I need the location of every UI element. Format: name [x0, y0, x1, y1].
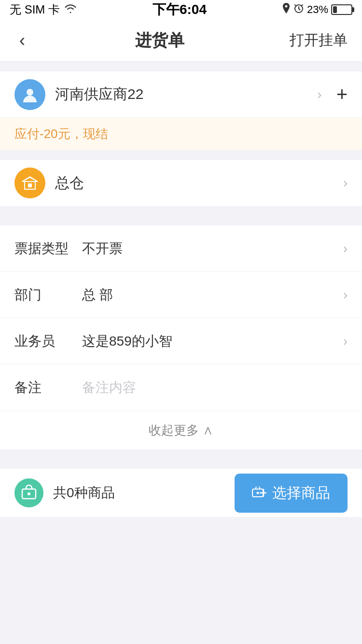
svg-point-3	[28, 492, 30, 495]
supplier-avatar	[14, 79, 45, 110]
warehouse-chevron-icon: ›	[343, 175, 348, 191]
svg-point-1	[27, 89, 33, 96]
battery-icon	[331, 4, 352, 15]
location-icon	[282, 3, 291, 16]
invoice-chevron-icon: ›	[343, 241, 348, 256]
remark-input[interactable]: 备注内容	[82, 378, 348, 397]
supplier-name: 河南供应商22	[55, 84, 317, 104]
sales-chevron-icon: ›	[343, 334, 348, 349]
supplier-chevron-icon: ›	[317, 87, 321, 102]
warehouse-row[interactable]: 总仓 ›	[0, 160, 362, 206]
open-pending-button[interactable]: 打开挂单	[290, 30, 348, 50]
collapse-row[interactable]: 收起更多 ∧	[0, 411, 362, 449]
dept-value: 总 部	[82, 286, 343, 304]
collapse-label: 收起更多 ∧	[149, 422, 213, 439]
bottom-fill	[0, 517, 362, 644]
product-icon	[14, 478, 43, 507]
warehouse-icon	[14, 168, 45, 198]
select-product-button[interactable]: 选择商品	[235, 474, 348, 513]
warehouse-name: 总仓	[55, 173, 343, 193]
select-product-label: 选择商品	[272, 483, 330, 503]
invoice-label: 票据类型	[14, 239, 82, 258]
wifi-icon	[64, 3, 77, 16]
sales-value: 这是859的小智	[82, 332, 343, 350]
footer-bar: 共0种商品 选择商品	[0, 469, 362, 517]
dept-label: 部门	[14, 286, 82, 304]
alarm-icon	[293, 3, 304, 16]
supplier-row[interactable]: 河南供应商22 › +	[0, 71, 362, 118]
add-supplier-button[interactable]: +	[336, 84, 348, 105]
remark-label: 备注	[14, 378, 82, 397]
supplier-actions: › +	[317, 84, 348, 105]
svg-point-5	[257, 492, 259, 494]
dept-chevron-icon: ›	[343, 287, 348, 303]
invoice-value: 不开票	[82, 239, 343, 258]
carrier-label: 无 SIM 卡	[10, 2, 60, 17]
supplier-section: 河南供应商22 › + 应付-20元，现结	[0, 71, 362, 150]
divider-warehouse	[0, 150, 362, 160]
status-left: 无 SIM 卡	[10, 2, 77, 17]
status-right: 23%	[282, 3, 352, 16]
page-title: 进货单	[135, 29, 184, 52]
product-count: 共0种商品	[53, 484, 235, 502]
nav-bar: ‹ 进货单 打开挂单	[0, 19, 362, 62]
status-time: 下午6:04	[153, 0, 207, 19]
divider-footer	[0, 449, 362, 459]
dept-row[interactable]: 部门 总 部 ›	[0, 272, 362, 318]
divider-top	[0, 62, 362, 71]
sales-row[interactable]: 业务员 这是859的小智 ›	[0, 318, 362, 364]
invoice-row[interactable]: 票据类型 不开票 ›	[0, 225, 362, 272]
status-bar: 无 SIM 卡 下午6:04 23%	[0, 0, 362, 19]
notice-text: 应付-20元，现结	[14, 126, 108, 141]
remark-row[interactable]: 备注 备注内容	[0, 364, 362, 411]
divider-form	[0, 206, 362, 216]
back-button[interactable]: ‹	[14, 26, 30, 56]
sales-label: 业务员	[14, 332, 82, 350]
notice-row: 应付-20元，现结	[0, 118, 362, 150]
battery-percentage: 23%	[307, 3, 328, 16]
form-section: 票据类型 不开票 › 部门 总 部 › 业务员 这是859的小智 › 备注 备注…	[0, 225, 362, 411]
